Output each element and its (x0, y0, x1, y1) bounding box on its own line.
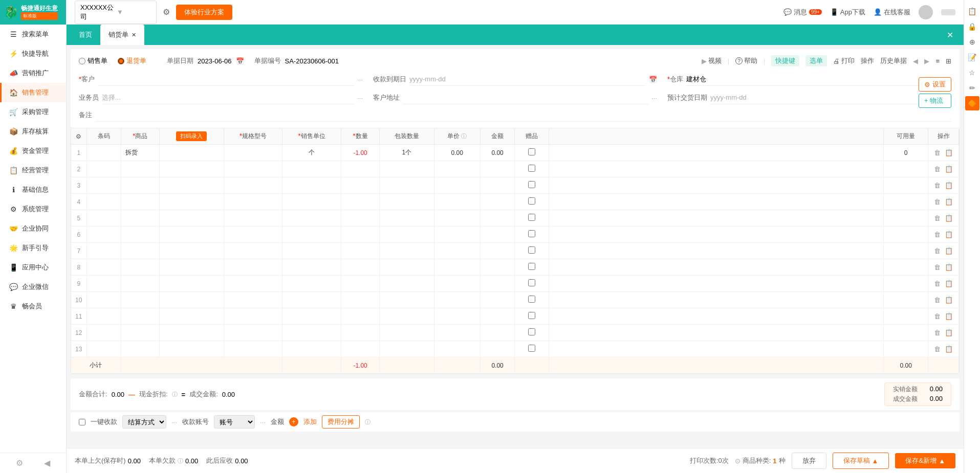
cell-amount-8[interactable] (481, 276, 515, 292)
cell-unit-0[interactable]: 个 (282, 145, 341, 161)
cell-product-5[interactable] (121, 227, 159, 243)
company-select[interactable]: XXXXXX公司 ▼ (75, 1, 157, 24)
cell-barcode-7[interactable] (86, 259, 121, 276)
th-scan[interactable]: 扫码录入 (159, 128, 224, 145)
copy-icon-12[interactable]: 📋 (945, 345, 953, 353)
scan-button[interactable]: 扫码录入 (176, 131, 207, 141)
cell-gift-3[interactable] (515, 194, 549, 210)
sidebar-item-search-order[interactable]: ☰搜索菜单 (0, 25, 66, 44)
cell-product-8[interactable] (121, 276, 159, 292)
sidebar-item-purchase[interactable]: 🛒采购管理 (0, 102, 66, 122)
cell-price-5[interactable] (434, 227, 481, 243)
radio-return-input[interactable] (118, 58, 124, 64)
cell-pack-2[interactable] (380, 177, 434, 194)
experience-button[interactable]: 体验行业方案 (176, 5, 232, 20)
cell-spec-1[interactable] (224, 161, 282, 177)
copy-icon-1[interactable]: 📋 (945, 165, 953, 173)
cell-unit-8[interactable] (282, 276, 341, 292)
cell-spec-10[interactable] (224, 308, 282, 325)
cell-pack-12[interactable] (380, 341, 434, 357)
copy-icon-3[interactable]: 📋 (945, 198, 953, 206)
cell-pack-8[interactable] (380, 276, 434, 292)
cell-gift-4[interactable] (515, 210, 549, 227)
settings-gear-icon[interactable]: ⚙ (163, 7, 170, 17)
sidebar-item-operations[interactable]: 📋经营管理 (0, 161, 66, 180)
delete-icon-6[interactable]: 🗑 (934, 247, 941, 255)
sidebar-item-sales[interactable]: 🏠销售管理 (0, 83, 66, 102)
shortcut-tool[interactable]: 快捷键 (771, 55, 799, 66)
history-tool[interactable]: 历史单据 (880, 56, 907, 65)
panel-btn-4[interactable]: 📝 (965, 50, 979, 64)
cell-qty-3[interactable] (341, 194, 379, 210)
cell-gift-10[interactable] (515, 308, 549, 325)
calendar-icon[interactable]: 📅 (236, 57, 244, 65)
sidebar-item-wechat[interactable]: 💬企业微信 (0, 277, 66, 297)
cell-spec-8[interactable] (224, 276, 282, 292)
cell-amount-4[interactable] (481, 210, 515, 227)
cell-spec-4[interactable] (224, 210, 282, 227)
expense-help-icon[interactable]: ⓘ (365, 418, 371, 426)
operate-tool[interactable]: 操作 (861, 56, 874, 65)
cell-price-11[interactable] (434, 325, 481, 341)
th-gear[interactable]: ⚙ (71, 128, 86, 145)
tab-close-icon[interactable]: ✕ (132, 32, 136, 38)
cell-product-2[interactable] (121, 177, 159, 194)
cell-qty-11[interactable] (341, 325, 379, 341)
sidebar-item-enterprise[interactable]: 🤝企业协同 (0, 219, 66, 238)
cell-price-2[interactable] (434, 177, 481, 194)
help-tool[interactable]: ? 帮助 (735, 56, 757, 65)
cell-product-0[interactable]: 拆货 (121, 145, 159, 161)
copy-icon-0[interactable]: 📋 (945, 149, 953, 156)
cell-gift-1[interactable] (515, 161, 549, 177)
cell-pack-10[interactable] (380, 308, 434, 325)
cell-qty-12[interactable] (341, 341, 379, 357)
gift-checkbox-6[interactable] (528, 246, 535, 254)
copy-icon-5[interactable]: 📋 (945, 231, 953, 238)
cell-pack-6[interactable] (380, 243, 434, 259)
remark-input[interactable] (95, 108, 951, 122)
cell-unit-2[interactable] (282, 177, 341, 194)
print-tool[interactable]: 🖨 打印 (833, 56, 855, 65)
cell-unit-12[interactable] (282, 341, 341, 357)
cell-unit-3[interactable] (282, 194, 341, 210)
gift-checkbox-10[interactable] (528, 312, 535, 319)
cell-gift-11[interactable] (515, 325, 549, 341)
cell-amount-0[interactable]: 0.00 (481, 145, 515, 161)
sidebar-item-inventory[interactable]: 📦库存核算 (0, 122, 66, 141)
cell-amount-11[interactable] (481, 325, 515, 341)
messages-item[interactable]: 💬 消息 99+ (783, 8, 822, 17)
radio-sales-input[interactable] (79, 58, 85, 64)
cell-unit-4[interactable] (282, 210, 341, 227)
cell-qty-0[interactable]: -1.00 (341, 145, 379, 161)
delete-icon-2[interactable]: 🗑 (934, 182, 941, 189)
cell-gift-12[interactable] (515, 341, 549, 357)
cell-price-3[interactable] (434, 194, 481, 210)
one-click-payment-checkbox[interactable] (79, 419, 85, 425)
radio-sales[interactable]: 销售单 (79, 56, 107, 65)
cell-barcode-4[interactable] (86, 210, 121, 227)
cell-amount-3[interactable] (481, 194, 515, 210)
cell-price-9[interactable] (434, 292, 481, 308)
due-date-input[interactable]: yyyy-mm-dd (409, 73, 646, 86)
cell-price-10[interactable] (434, 308, 481, 325)
gift-checkbox-5[interactable] (528, 230, 535, 237)
method-select[interactable]: 结算方式 (122, 415, 166, 429)
panel-btn-1[interactable]: 📋 (965, 4, 979, 18)
due-date-calendar-icon[interactable]: 📅 (649, 76, 657, 83)
cell-barcode-0[interactable] (86, 145, 121, 161)
delivery-date-input[interactable]: yyyy-mm-dd (710, 91, 940, 104)
panel-btn-6[interactable]: ✏ (965, 81, 979, 95)
cell-amount-7[interactable] (481, 259, 515, 276)
cell-price-7[interactable] (434, 259, 481, 276)
cell-barcode-11[interactable] (86, 325, 121, 341)
nav-prev-icon[interactable]: ◀ (913, 57, 918, 65)
cell-product-7[interactable] (121, 259, 159, 276)
save-draft-dropdown-icon[interactable]: ▲ (872, 457, 879, 465)
cell-qty-10[interactable] (341, 308, 379, 325)
setup-button[interactable]: ⚙ 设置 (919, 77, 951, 92)
cell-qty-4[interactable] (341, 210, 379, 227)
cell-pack-0[interactable]: 1个 (380, 145, 434, 161)
cell-barcode-12[interactable] (86, 341, 121, 357)
cell-barcode-2[interactable] (86, 177, 121, 194)
cell-unit-9[interactable] (282, 292, 341, 308)
